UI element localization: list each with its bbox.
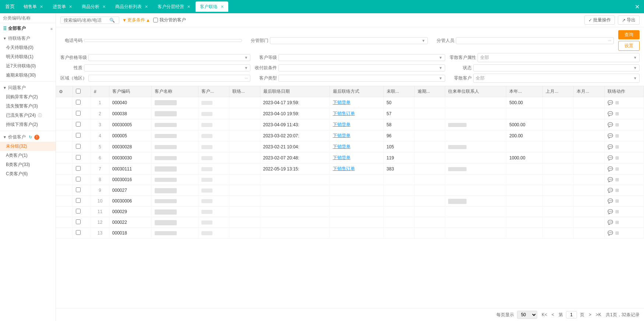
- sidebar-item-group-c[interactable]: C类客户(6): [0, 169, 56, 179]
- contact-way-link[interactable]: 下销货单: [333, 133, 351, 138]
- td-checkbox[interactable]: [73, 119, 91, 130]
- row-checkbox[interactable]: [76, 209, 81, 214]
- more-conditions-btn[interactable]: ▼ 更多条件 ▲: [122, 17, 150, 23]
- sidebar-item-lost[interactable]: 已流失客户(24) ⓘ: [0, 111, 56, 120]
- td-checkbox[interactable]: [73, 152, 91, 163]
- sidebar-group-problem[interactable]: ▼ 问题客户: [0, 83, 56, 92]
- contact-way-link[interactable]: 下销货单: [333, 122, 351, 127]
- row-checkbox[interactable]: [76, 155, 81, 160]
- select-all-checkbox[interactable]: [76, 89, 81, 94]
- message-icon[interactable]: 💬: [608, 155, 613, 160]
- th-checkbox[interactable]: [73, 86, 91, 97]
- tab-home[interactable]: 首页: [1, 3, 18, 10]
- filter-nature-select[interactable]: ▼: [84, 64, 250, 71]
- row-checkbox[interactable]: [76, 187, 81, 192]
- contact-way-link[interactable]: 下销售订单: [333, 111, 355, 116]
- message-icon[interactable]: 💬: [608, 188, 613, 193]
- reset-btn[interactable]: 设置: [618, 41, 640, 51]
- td-checkbox[interactable]: [73, 174, 91, 185]
- message-icon[interactable]: 💬: [608, 230, 613, 236]
- td-checkbox[interactable]: [73, 141, 91, 152]
- query-btn[interactable]: 查询: [618, 30, 640, 39]
- sidebar-collapse-icon[interactable]: «: [50, 27, 53, 31]
- td-checkbox[interactable]: [73, 130, 91, 141]
- contact-way-link[interactable]: 下销货单: [333, 155, 351, 160]
- row-checkbox[interactable]: [76, 100, 81, 105]
- row-checkbox[interactable]: [76, 166, 81, 171]
- grid-icon[interactable]: ⊞: [615, 144, 619, 149]
- row-checkbox[interactable]: [76, 198, 81, 203]
- row-checkbox[interactable]: [76, 111, 81, 116]
- filter-search-box[interactable]: 🔍: [60, 17, 119, 24]
- message-icon[interactable]: 💬: [608, 111, 613, 116]
- grid-icon[interactable]: ⊞: [615, 230, 619, 236]
- row-checkbox[interactable]: [76, 122, 81, 127]
- message-icon[interactable]: 💬: [608, 220, 613, 225]
- filter-search-icon[interactable]: 🔍: [109, 18, 115, 23]
- message-icon[interactable]: 💬: [608, 144, 613, 149]
- filter-dept-select[interactable]: ▼: [270, 37, 428, 44]
- tab-customer-segment[interactable]: 客户分层经营 ✕: [153, 1, 195, 12]
- row-checkbox[interactable]: [76, 144, 81, 149]
- sidebar-item-week[interactable]: 近7天待联络(0): [0, 61, 56, 71]
- td-checkbox[interactable]: [73, 196, 91, 207]
- grid-icon[interactable]: ⊞: [615, 100, 619, 105]
- td-checkbox[interactable]: [73, 217, 91, 228]
- export-btn[interactable]: ↗ 导出: [618, 15, 640, 25]
- sidebar-item-group-a[interactable]: A类客户(1): [0, 151, 56, 160]
- filter-customer-type-select[interactable]: ▼: [278, 75, 445, 82]
- grid-icon[interactable]: ⊞: [615, 220, 619, 225]
- td-checkbox[interactable]: [73, 108, 91, 119]
- batch-operation-btn[interactable]: ✓ 批量操作: [584, 15, 615, 25]
- filter-retail-attr-select[interactable]: 全部 ▼: [478, 53, 640, 62]
- sidebar-item-group-b[interactable]: B类客户(33): [0, 160, 56, 169]
- tab-close-sales[interactable]: ✕: [40, 4, 43, 9]
- filter-customer-level-select[interactable]: ▼: [278, 54, 445, 61]
- sidebar-item-unclassified[interactable]: 未分组(32): [0, 142, 56, 151]
- tab-sales[interactable]: 销售单 ✕: [19, 1, 47, 12]
- grid-icon[interactable]: ⊞: [615, 209, 619, 214]
- td-checkbox[interactable]: [73, 228, 91, 239]
- refresh-icon[interactable]: ↻: [29, 135, 32, 140]
- grid-icon[interactable]: ⊞: [615, 198, 619, 204]
- sidebar-search-box[interactable]: 🔍: [0, 13, 56, 23]
- grid-icon[interactable]: ⊞: [615, 122, 619, 127]
- row-checkbox[interactable]: [76, 133, 81, 138]
- contact-way-link[interactable]: 下销货单: [333, 100, 351, 105]
- filter-search-input[interactable]: [64, 18, 108, 23]
- message-icon[interactable]: 💬: [608, 166, 613, 172]
- my-customers-checkbox[interactable]: 我分管的客户: [153, 17, 186, 23]
- message-icon[interactable]: 💬: [608, 100, 613, 105]
- row-checkbox[interactable]: [76, 219, 81, 224]
- filter-retail-customer-select[interactable]: 全部 ▼: [473, 74, 640, 83]
- sidebar-item-overdue[interactable]: 逾期未联络(30): [0, 71, 56, 80]
- filter-payment-select[interactable]: ▼: [278, 64, 445, 71]
- tab-close-customer-segment[interactable]: ✕: [187, 4, 190, 9]
- td-checkbox[interactable]: [73, 185, 91, 196]
- sidebar-item-today[interactable]: 今天待联络(0): [0, 43, 56, 52]
- td-checkbox[interactable]: [73, 97, 91, 108]
- message-icon[interactable]: 💬: [608, 177, 613, 182]
- tab-close-purchase[interactable]: ✕: [69, 4, 72, 9]
- grid-icon[interactable]: ⊞: [615, 177, 619, 182]
- page-size-select[interactable]: 50 100: [517, 311, 537, 319]
- first-page-btn[interactable]: K<: [540, 311, 549, 318]
- filter-phone-input[interactable]: [84, 39, 242, 42]
- td-checkbox[interactable]: [73, 163, 91, 174]
- sidebar-group-value[interactable]: ▼ 价值客户 ↻ !: [0, 133, 56, 142]
- tab-close-product-list[interactable]: ✕: [145, 4, 148, 9]
- next-page-btn[interactable]: >: [587, 311, 593, 318]
- message-icon[interactable]: 💬: [608, 198, 613, 204]
- window-close-icon[interactable]: ✕: [632, 3, 643, 10]
- tab-close-customer-contact[interactable]: ✕: [221, 4, 224, 9]
- message-icon[interactable]: 💬: [608, 122, 613, 127]
- prev-page-btn[interactable]: <: [550, 311, 556, 318]
- filter-price-level-select[interactable]: ▼: [88, 54, 250, 61]
- gear-icon[interactable]: ⚙: [59, 89, 63, 94]
- grid-icon[interactable]: ⊞: [615, 188, 619, 193]
- message-icon[interactable]: 💬: [608, 133, 613, 138]
- sidebar-item-inactive[interactable]: 持续下滑客户(2): [0, 120, 56, 129]
- sidebar-item-churn-risk[interactable]: 流失预警客户(3): [0, 102, 56, 111]
- grid-icon[interactable]: ⊞: [615, 166, 619, 172]
- sidebar-group-pending-contact[interactable]: ▼ 待联络客户: [0, 34, 56, 43]
